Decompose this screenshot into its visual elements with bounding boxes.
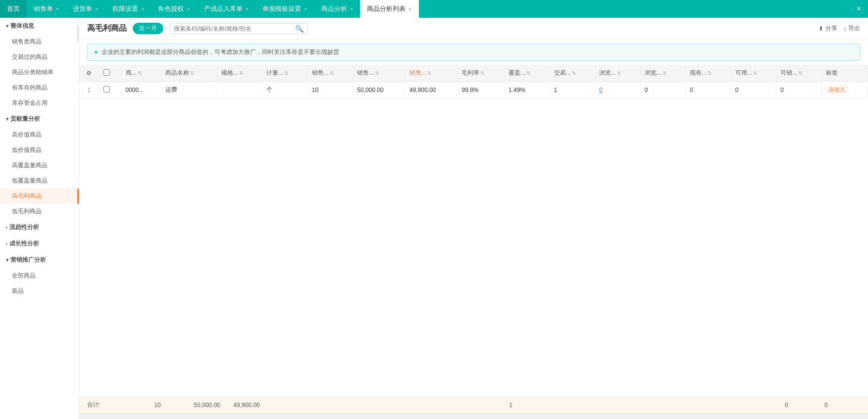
row-gross-margin: 99.8% — [458, 82, 505, 98]
col-checkbox[interactable] — [99, 65, 121, 82]
table-row: 1 0000... 运费 个 10 50,000.00 49,900.00 99… — [79, 82, 868, 98]
table-footer: 合计: 10 50,000.00 49,900.00 1 0 0 — [79, 396, 868, 413]
arrow-down-icon-3: ▾ — [6, 257, 8, 263]
row-sales-amount: 50,000.00 — [353, 82, 406, 98]
arrow-down-icon-2: ▾ — [6, 116, 8, 122]
nav-product-analysis[interactable]: 商品分析 × — [314, 0, 360, 18]
sidebar-group-growth[interactable]: › 成长性分析 — [0, 235, 79, 252]
sidebar-item-new-goods[interactable]: 新品 — [0, 283, 79, 299]
row-index: 1 — [79, 82, 99, 98]
col-available-stock[interactable]: 可用...⇅ — [731, 65, 776, 82]
close-purchase-order[interactable]: × — [95, 6, 98, 12]
col-sales-qty[interactable]: 销售...⇅ — [307, 65, 353, 82]
sidebar-item-stock-funds[interactable]: 库存资金占用 — [0, 95, 79, 111]
close-role-auth[interactable]: × — [187, 6, 190, 12]
close-template-settings[interactable]: × — [304, 6, 307, 12]
col-tag[interactable]: 标签 — [821, 65, 868, 82]
col-unit[interactable]: 计量...⇅ — [262, 65, 308, 82]
row-views2: 0 — [640, 82, 686, 98]
content-area: 高毛利商品 近一月 🔍 ⬆ 分享 ↓ 导出 ✦ 企业的主要的利润都是这部分商品创… — [79, 18, 868, 419]
col-settings[interactable]: ⚙ — [79, 65, 99, 82]
nav-product-inbound[interactable]: 产成品入库单 × — [197, 0, 255, 18]
top-navigation: 首页 销售单 × 进货单 × 权限设置 × 角色授权 × 产成品入库单 × 单据… — [0, 0, 868, 18]
footer-current-stock: 0 — [781, 402, 820, 409]
search-icon[interactable]: 🔍 — [295, 25, 304, 33]
footer-available-stock: 0 — [820, 402, 860, 409]
row-checkbox[interactable] — [99, 82, 121, 98]
nav-product-analysis-list[interactable]: 商品分析列表 × — [360, 0, 418, 18]
row-coverage: 1.49% — [505, 82, 550, 98]
nav-role-auth[interactable]: 角色授权 × — [151, 0, 197, 18]
col-current-stock[interactable]: 现有...⇅ — [686, 65, 731, 82]
export-button[interactable]: ↓ 导出 — [843, 24, 860, 33]
sidebar-group-overall[interactable]: ▾ 整体信息 — [0, 18, 79, 34]
sidebar-item-traded-goods[interactable]: 交易过的商品 — [0, 49, 79, 65]
sidebar-item-high-value[interactable]: 高价值商品 — [0, 127, 79, 142]
row-spec — [217, 82, 262, 98]
close-all-tabs[interactable]: × — [850, 4, 868, 13]
close-product-analysis-list[interactable]: × — [408, 6, 411, 12]
sidebar-group-trend[interactable]: › 流趋性分析 — [0, 219, 79, 235]
product-table: ⚙ 商...⇅ 商品名称⇅ 规格...⇅ 计量...⇅ 销售...⇅ 销售...… — [79, 65, 868, 98]
nav-permissions[interactable]: 权限设置 × — [105, 0, 151, 18]
arrow-right-icon-2: › — [6, 241, 7, 246]
select-all-checkbox[interactable] — [103, 69, 110, 76]
main-layout: « ▾ 整体信息 销售类商品 交易过的商品 商品分类助销率 有库存的商品 库存资… — [0, 18, 868, 419]
footer-transactions: 1 — [505, 402, 545, 409]
row-sales-profit: 49,900.00 — [405, 82, 458, 98]
sidebar-item-low-coverage[interactable]: 低覆盖量商品 — [0, 173, 79, 188]
sidebar-item-high-margin[interactable]: 高毛利商品 — [0, 188, 79, 204]
col-name[interactable]: 商品名称⇅ — [161, 65, 217, 82]
col-coverage[interactable]: 覆盖...⇅ — [505, 65, 550, 82]
info-icon: ✦ — [94, 49, 99, 56]
horizontal-scrollbar[interactable] — [79, 413, 868, 419]
sidebar-group-contribution[interactable]: ▾ 贡献量分析 — [0, 111, 79, 127]
search-input[interactable] — [174, 25, 295, 32]
footer-label: 合计: — [87, 401, 101, 409]
footer-sales-qty-val: 10 — [150, 402, 190, 409]
sidebar-item-low-value[interactable]: 低价值商品 — [0, 142, 79, 158]
sidebar-item-in-stock-goods[interactable]: 有库存的商品 — [0, 80, 79, 95]
content-header: 高毛利商品 近一月 🔍 ⬆ 分享 ↓ 导出 — [79, 18, 868, 40]
sidebar-item-all-goods[interactable]: 全部商品 — [0, 268, 79, 283]
col-views2[interactable]: 浏览...⇅ — [640, 65, 686, 82]
col-spec[interactable]: 规格...⇅ — [217, 65, 262, 82]
sidebar: « ▾ 整体信息 销售类商品 交易过的商品 商品分类助销率 有库存的商品 库存资… — [0, 18, 79, 419]
row-code: 0000... — [121, 82, 161, 98]
col-transactions[interactable]: 交易...⇅ — [550, 65, 595, 82]
nav-purchase-order[interactable]: 进货单 × — [66, 0, 105, 18]
share-button[interactable]: ⬆ 分享 — [818, 24, 837, 33]
sidebar-item-low-margin[interactable]: 低毛利商品 — [0, 204, 79, 219]
sidebar-collapse-button[interactable]: « — [77, 26, 79, 42]
row-current-stock: 0 — [686, 82, 731, 98]
table-scroll-container[interactable]: ⚙ 商...⇅ 商品名称⇅ 规格...⇅ 计量...⇅ 销售...⇅ 销售...… — [79, 65, 868, 396]
close-permissions[interactable]: × — [141, 6, 144, 12]
arrow-right-icon: › — [6, 225, 7, 230]
row-transactions: 1 — [550, 82, 595, 98]
col-views1[interactable]: 浏览...⇅ — [595, 65, 641, 82]
nav-template-settings[interactable]: 单据模板设置 × — [255, 0, 314, 18]
footer-cells: 10 50,000.00 49,900.00 1 0 0 — [110, 402, 860, 409]
sidebar-item-sales-goods[interactable]: 销售类商品 — [0, 34, 79, 49]
nav-home[interactable]: 首页 — [0, 0, 27, 18]
row-views1[interactable]: 0 — [595, 82, 641, 98]
arrow-down-icon: ▾ — [6, 23, 8, 29]
sidebar-item-category-rate[interactable]: 商品分类助销率 — [0, 65, 79, 80]
close-sales-order[interactable]: × — [56, 6, 59, 12]
sidebar-item-high-coverage[interactable]: 高覆盖量商品 — [0, 158, 79, 173]
col-saleable-stock[interactable]: 可销...⇅ — [776, 65, 822, 82]
row-available-stock: 0 — [731, 82, 776, 98]
nav-sales-order[interactable]: 销售单 × — [27, 0, 66, 18]
share-icon: ⬆ — [818, 25, 823, 32]
row-tag: 高收入 — [821, 82, 868, 98]
close-product-inbound[interactable]: × — [246, 6, 249, 12]
filter-recent-month[interactable]: 近一月 — [133, 23, 163, 34]
info-banner: ✦ 企业的主要的利润都是这部分商品创造的，可考虑加大推广，同时关注库存是不要出现… — [87, 44, 860, 61]
col-sales-profit[interactable]: 销售...⇅ — [405, 65, 458, 82]
close-product-analysis[interactable]: × — [350, 6, 353, 12]
sidebar-group-marketing[interactable]: ▾ 营销推广分析 — [0, 252, 79, 268]
col-sales-amount[interactable]: 销售...⇅ — [353, 65, 406, 82]
col-code[interactable]: 商...⇅ — [121, 65, 161, 82]
col-gross-margin[interactable]: 毛利率⇅ — [458, 65, 505, 82]
footer-sales-profit: 49,900.00 — [229, 402, 269, 409]
